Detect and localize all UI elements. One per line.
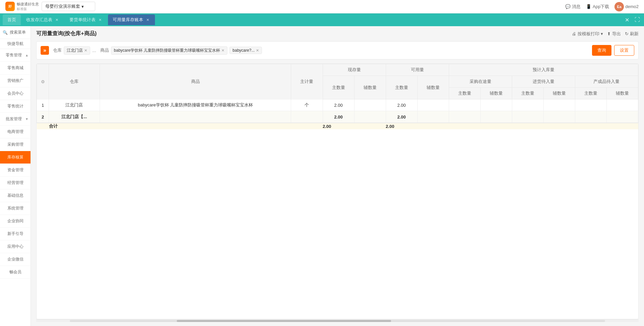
sidebar-item-retail-mgmt[interactable]: 零售管理 ▲ [0, 49, 31, 62]
industry-selector[interactable]: 母婴行业演示账套 ▾ [42, 2, 95, 11]
sidebar: 🔍 搜索菜单 快捷导航 零售管理 ▲ 零售商城 营销推广 会员中心 零售统计 批… [0, 26, 31, 326]
sidebar-item-base-info[interactable]: 基础信息 [0, 189, 31, 202]
close-receipt-summary-icon[interactable]: ✕ [54, 17, 59, 22]
print-template-btn[interactable]: 🖨 按模板打印 ▾ [572, 31, 603, 37]
page-title: 可用量查询(按仓库+商品) [36, 30, 97, 37]
product-tag1-text: babycare学饮杯 儿童防摔防撞吸管杯重力球吸嘴杯宝宝水杯 [114, 48, 220, 53]
message-label: 消息 [572, 4, 581, 10]
app-logo-icon: 好 [5, 2, 15, 11]
settings-button[interactable]: 设置 [614, 45, 634, 56]
row1-product: babycare学饮杯 儿童防摔防撞吸管杯重力球吸嘴杯宝宝水杯 [100, 99, 291, 111]
row1-pur-transit-qty [449, 99, 480, 111]
print-icon: 🖨 [572, 31, 576, 36]
sidebar-item-purchase-mgmt[interactable]: 采购管理 [0, 138, 31, 151]
close-order-stats-icon[interactable]: ✕ [98, 17, 103, 22]
retail-stats-label: 零售统计 [2, 103, 29, 109]
row1-stock-aux [354, 99, 386, 111]
sidebar-item-enterprise-wechat[interactable]: 企业微信 [0, 253, 31, 266]
chevron-down-icon: ▾ [82, 4, 84, 9]
export-btn[interactable]: ⬆ 导出 [607, 31, 621, 37]
row2-stock-aux [354, 111, 386, 123]
purchase-mgmt-label: 采购管理 [2, 142, 29, 147]
sidebar-item-app-center[interactable]: 应用中心 [0, 240, 31, 253]
filter-bar: » 仓库 江北门店 ✕ ... 商品 babycare学饮杯 儿童防摔防撞吸管杯… [36, 41, 639, 59]
row2-pur-transit-qty [449, 111, 480, 123]
inventory-label: 库存核算 [2, 154, 29, 160]
sidebar-item-sys-mgmt[interactable]: 系统管理 [0, 202, 31, 215]
row2-product-in-qty [575, 111, 606, 123]
sidebar-item-operations[interactable]: 经营管理 [0, 177, 31, 189]
enterprise-label: 企业协同 [2, 218, 29, 224]
page-content: 可用量查询(按仓库+商品) 🖨 按模板打印 ▾ ⬆ 导出 ↻ 刷新 [31, 26, 644, 326]
sidebar-item-enterprise[interactable]: 企业协同 [0, 215, 31, 228]
row1-pending-in-qty [512, 99, 543, 111]
sidebar-item-inventory[interactable]: 库存核算 [0, 151, 31, 164]
warehouse-more-icon[interactable]: ... [92, 48, 96, 53]
row1-avail-aux [417, 99, 449, 111]
user-profile-action[interactable]: Ea demo2 [614, 2, 639, 11]
industry-label: 母婴行业演示账套 [45, 3, 80, 9]
maximize-icon[interactable]: ⛶ [633, 15, 641, 24]
stock-aux-qty-header: 辅数量 [354, 76, 386, 99]
row2-pur-transit-aux [480, 111, 512, 123]
footer-pur-transit-aux [480, 123, 512, 129]
search-label: 搜索菜单 [10, 30, 26, 35]
sidebar-item-finance[interactable]: 资金管理 [0, 164, 31, 177]
remove-product-tag2-icon[interactable]: ✕ [256, 48, 259, 53]
remove-product-tag1-icon[interactable]: ✕ [221, 48, 224, 53]
top-bar: 好 畅捷通好生意 标准版 母婴行业演示账套 ▾ 💬 消息 📱 App下载 Ea … [0, 0, 644, 13]
new-guide-label: 新手引导 [2, 231, 29, 237]
remove-warehouse-tag-icon[interactable]: ✕ [84, 48, 87, 53]
footer-stock-qty: 2.00 [323, 123, 354, 129]
base-info-label: 基础信息 [2, 193, 29, 198]
row2-pending-in-aux [543, 111, 575, 123]
scroll-track [70, 320, 605, 322]
app-download-label: App下载 [593, 4, 609, 10]
query-button[interactable]: 查询 [592, 45, 611, 56]
print-label: 按模板打印 [578, 31, 599, 37]
refresh-btn[interactable]: ↻ 刷新 [625, 31, 639, 37]
pending-in-aux-header: 辅数量 [543, 88, 575, 99]
row1-product-in-qty [575, 99, 606, 111]
wholesale-mgmt-label: 批发管理 [2, 116, 25, 122]
stock-table: ⚙ 仓库 商品 主计量 现存量 可用量 预计入库量 主数量 辅数量 [37, 64, 638, 129]
user-name: demo2 [625, 4, 639, 9]
tab-receipt-summary[interactable]: 收发存汇总表 ✕ [21, 14, 64, 25]
product-in-main-header: 主数量 [575, 88, 606, 99]
message-action[interactable]: 💬 消息 [565, 4, 581, 10]
pending-in-main-header: 主数量 [512, 88, 543, 99]
close-window-icon[interactable]: ✕ [624, 15, 631, 25]
scroll-thumb [177, 320, 391, 322]
table-row: 1 江北门店 babycare学饮杯 儿童防摔防撞吸管杯重力球吸嘴杯宝宝水杯 个… [37, 99, 638, 111]
product-filter-label: 商品 [100, 47, 109, 53]
sidebar-item-retail-store[interactable]: 零售商城 [0, 62, 31, 75]
row2-warehouse: 江北门店【... [49, 111, 100, 123]
filter-toggle-btn[interactable]: » [41, 46, 49, 55]
phone-icon: 📱 [586, 4, 591, 9]
sidebar-item-retail-stats[interactable]: 零售统计 [0, 100, 31, 113]
tab-order-stats[interactable]: 要货单统计表 ✕ [65, 14, 107, 25]
sidebar-item-vip-member[interactable]: 畅会员 [0, 266, 31, 279]
tab-home[interactable]: 首页 [3, 14, 21, 25]
sidebar-item-new-guide[interactable]: 新手引导 [0, 228, 31, 240]
planned-in-header: 预计入库量 [449, 64, 638, 76]
pur-transit-aux-header: 辅数量 [480, 88, 512, 99]
row2-stock-qty: 2.00 [323, 111, 354, 123]
sidebar-item-ecommerce[interactable]: 电商管理 [0, 126, 31, 138]
table-settings-icon[interactable]: ⚙ [41, 79, 45, 84]
sidebar-item-member-center[interactable]: 会员中心 [0, 87, 31, 100]
enterprise-wechat-label: 企业微信 [2, 257, 29, 262]
sidebar-search[interactable]: 🔍 搜索菜单 [0, 26, 31, 39]
receipt-summary-label: 收发存汇总表 [26, 17, 52, 23]
close-available-stock-icon[interactable]: ✕ [145, 17, 150, 22]
tab-available-stock[interactable]: 可用量库存账本 ✕ [108, 14, 155, 25]
expand-icon: ▲ [25, 53, 29, 57]
sidebar-quick-nav[interactable]: 快捷导航 [0, 39, 31, 49]
content-area: 可用量查询(按仓库+商品) 🖨 按模板打印 ▾ ⬆ 导出 ↻ 刷新 [31, 26, 644, 326]
horizontal-scrollbar[interactable] [36, 319, 639, 322]
row2-avail-qty: 2.00 [386, 111, 417, 123]
avatar: Ea [614, 2, 624, 11]
sidebar-item-marketing[interactable]: 营销推广 [0, 75, 31, 87]
sidebar-item-wholesale-mgmt[interactable]: 批发管理 ▼ [0, 113, 31, 126]
app-download-action[interactable]: 📱 App下载 [586, 4, 609, 10]
